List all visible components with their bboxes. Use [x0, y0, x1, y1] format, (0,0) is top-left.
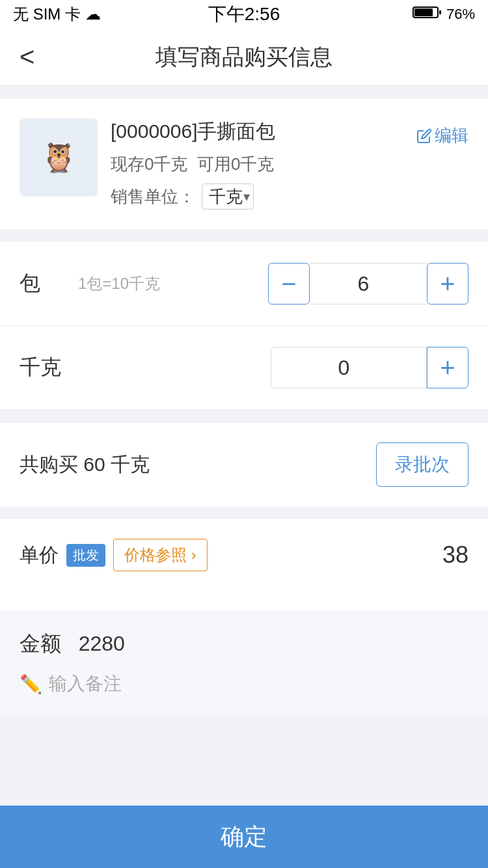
price-row: 单价 批发 价格参照 › 38	[20, 539, 468, 571]
status-bar: 无 SIM 卡 ☁ 下午2:56 76%	[0, 0, 488, 29]
bao-plus-button[interactable]: +	[427, 263, 468, 305]
product-card: 🦉 [0000006]手撕面包 编辑 现存0千克 可用0千克 销售单位： 千克	[0, 99, 488, 229]
total-text: 共购买 60 千克	[20, 452, 150, 478]
status-time: 下午2:56	[208, 2, 280, 27]
kg-controls: +	[271, 347, 468, 388]
note-placeholder: 输入备注	[49, 671, 122, 696]
svg-rect-2	[439, 10, 441, 14]
edit-button[interactable]: 编辑	[416, 118, 468, 153]
confirm-label: 确定	[221, 821, 267, 853]
price-label-wrap: 单价 批发 价格参照 ›	[20, 539, 208, 571]
back-button[interactable]: <	[20, 42, 34, 72]
price-label: 单价	[20, 542, 59, 569]
product-name: [0000006]手撕面包	[111, 118, 275, 145]
note-row[interactable]: ✏️ 输入备注	[20, 671, 468, 696]
svg-rect-1	[414, 8, 433, 16]
battery-percent: 76%	[446, 6, 475, 23]
page-title: 填写商品购买信息	[156, 42, 332, 72]
battery-label	[413, 5, 441, 23]
pencil-icon: ✏️	[20, 673, 42, 695]
product-stock: 现存0千克 可用0千克	[111, 153, 468, 176]
edit-label: 编辑	[435, 124, 468, 147]
product-info: [0000006]手撕面包 编辑 现存0千克 可用0千克 销售单位： 千克	[111, 118, 468, 210]
unit-select-wrap[interactable]: 千克	[202, 183, 254, 210]
pifa-badge: 批发	[66, 544, 105, 567]
amount-label: 金额	[20, 632, 61, 655]
nav-bar: < 填写商品购买信息	[0, 29, 488, 86]
batch-button[interactable]: 录批次	[376, 442, 468, 487]
product-unit-row: 销售单位： 千克	[111, 183, 468, 210]
price-value: 38	[442, 541, 468, 569]
bao-minus-button[interactable]: −	[268, 263, 310, 305]
product-thumbnail: 🦉	[20, 118, 98, 197]
product-thumb-icon: 🦉	[41, 141, 77, 174]
amount-section: 金额 2280 ✏️ 输入备注	[0, 610, 488, 716]
price-section: 单价 批发 价格参照 › 38	[0, 519, 488, 610]
bao-hint: 1包=10千克	[78, 273, 160, 294]
bao-controls: − +	[268, 263, 468, 305]
unit-select[interactable]: 千克	[202, 183, 254, 210]
kg-row: 千克 +	[0, 326, 488, 410]
sim-label: 无 SIM 卡 ☁	[13, 4, 101, 25]
amount-value: 2280	[79, 632, 125, 655]
confirm-button[interactable]: 确定	[0, 806, 488, 868]
unit-label: 销售单位：	[111, 185, 195, 208]
status-right: 76%	[413, 5, 475, 23]
bao-label: 包	[20, 269, 72, 298]
total-row: 共购买 60 千克 录批次	[0, 423, 488, 506]
bao-row: 包 1包=10千克 − +	[0, 242, 488, 326]
kg-input[interactable]	[271, 347, 427, 388]
price-ref-button[interactable]: 价格参照 ›	[113, 539, 208, 571]
status-left: 无 SIM 卡 ☁	[13, 4, 101, 25]
kg-plus-button[interactable]: +	[427, 347, 468, 388]
amount-row: 金额 2280	[20, 630, 468, 658]
quantity-section: 包 1包=10千克 − + 千克 +	[0, 242, 488, 410]
bao-input[interactable]	[310, 263, 427, 305]
kg-label: 千克	[20, 353, 72, 382]
